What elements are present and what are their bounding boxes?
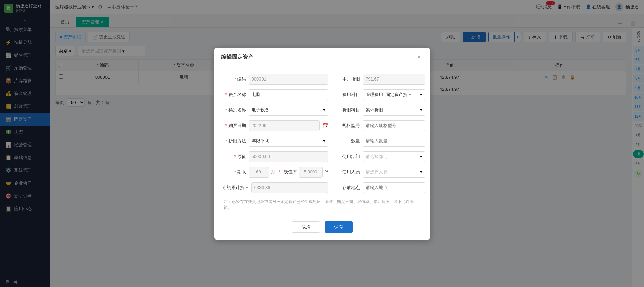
initial-dep-label: 期初累计折旧 [222,185,249,191]
period-input[interactable] [249,167,269,178]
initial-dep-input[interactable] [251,182,329,193]
user-dropdown-icon: ▾ [420,169,422,174]
form-row-quantity: 数量 [336,136,425,147]
user-placeholder: 请选择人员 [366,169,388,175]
residual-rate-label: 残值率 [284,169,297,175]
modal-note: 注：已经存在变更记录或者对应固定资产已经生成凭证，原值、购买日期、残值率、累计折… [222,199,422,211]
form-row-period: * 期限 月 * 残值率 % [222,167,329,178]
period-row: 月 * 残值率 % [249,167,329,178]
form-row-code: * 编码 [222,74,329,85]
monthly-dep-input[interactable] [363,74,425,85]
expense-subject-label: 费用科目 [336,92,360,98]
spec-input[interactable] [363,120,425,131]
form-row-purchase-date: * 购买日期 📅 [222,120,329,131]
modal-body: * 编码 * 资产名称 [214,67,430,217]
form-row-location: 存放地点 [336,182,425,193]
cancel-btn[interactable]: 取消 [292,221,320,233]
form-row-dep-subject: 折旧科目 累计折旧 ▾ [336,105,425,116]
form-row-user: 使用人员 请选择人员 ▾ [336,167,425,178]
form-row-expense-subject: 费用科目 管理费用_固定资产折旧 ▾ [336,89,425,100]
modal-title: 编辑固定资产 [221,54,253,61]
form-left: * 编码 * 资产名称 [222,74,329,194]
dep-subject-dropdown-icon: ▾ [420,107,422,113]
calendar-icon[interactable]: 📅 [323,123,328,128]
code-input[interactable] [249,74,329,85]
quantity-input[interactable] [363,136,425,147]
expense-subject-select[interactable]: 管理费用_固定资产折旧 ▾ [363,89,425,100]
modal-close-btn[interactable]: × [415,53,423,61]
form-row-monthly-dep: 本月折旧 [336,74,425,85]
spec-label: 规格型号 [336,123,360,129]
edit-asset-modal: 编辑固定资产 × * 编码 [214,48,430,240]
residual-rate-unit: % [325,169,329,174]
dept-select[interactable]: 请选择部门 ▾ [363,151,425,162]
user-select[interactable]: 请选择人员 ▾ [363,167,425,178]
form-row-name: * 资产名称 [222,89,329,100]
original-value-label: * 原值 [222,154,246,160]
expense-subject-value: 管理费用_固定资产折旧 [366,92,412,98]
dep-method-select[interactable]: 年限平均 ▾ [249,136,329,147]
dept-dropdown-icon: ▾ [420,154,422,159]
location-label: 存放地点 [336,185,360,191]
expense-subject-dropdown-icon: ▾ [420,92,422,97]
code-label: * 编码 [222,76,246,82]
asset-name-label: * 资产名称 [222,92,246,98]
purchase-date-input[interactable] [249,120,320,131]
form-row-dep-method: * 折旧方法 年限平均 ▾ [222,136,329,147]
category-select-icon: ▾ [323,107,325,113]
asset-name-input[interactable] [249,89,329,100]
dep-subject-label: 折旧科目 [336,107,360,113]
modal-header: 编辑固定资产 × [214,48,430,67]
category-name-label: * 类别名称 [222,107,246,113]
modal-footer: 取消 保存 [214,217,430,240]
form-right: 本月折旧 费用科目 管理费用_固定资产折旧 ▾ [336,74,425,194]
modal-overlay: 编辑固定资产 × * 编码 [0,0,644,287]
category-select-value: 电子设备 [252,107,269,113]
form-row-spec: 规格型号 [336,120,425,131]
location-input[interactable] [363,182,425,193]
residual-rate-input[interactable] [299,167,323,178]
form-row-initial-dep: 期初累计折旧 [222,182,329,193]
quantity-label: 数量 [336,138,360,144]
form-row-category: * 类别名称 电子设备 ▾ [222,105,329,116]
dep-subject-select[interactable]: 累计折旧 ▾ [363,105,425,116]
dep-method-value: 年限平均 [252,138,269,144]
user-label: 使用人员 [336,169,360,175]
dep-method-dropdown-icon: ▾ [323,138,325,144]
form-row-dept: 使用部门 请选择部门 ▾ [336,151,425,162]
dep-subject-value: 累计折旧 [366,107,383,113]
period-unit: 月 [271,169,275,175]
form-row-original-value: * 原值 [222,151,329,162]
save-btn[interactable]: 保存 [325,221,353,233]
original-value-input[interactable] [249,151,329,162]
dept-placeholder: 请选择部门 [366,154,388,160]
category-select[interactable]: 电子设备 ▾ [249,105,329,116]
dep-method-label: * 折旧方法 [222,138,246,144]
purchase-date-label: * 购买日期 [222,123,246,129]
form-grid: * 编码 * 资产名称 [222,74,422,194]
dept-label: 使用部门 [336,154,360,160]
monthly-dep-label: 本月折旧 [336,76,360,82]
period-label: * 期限 [222,169,246,175]
